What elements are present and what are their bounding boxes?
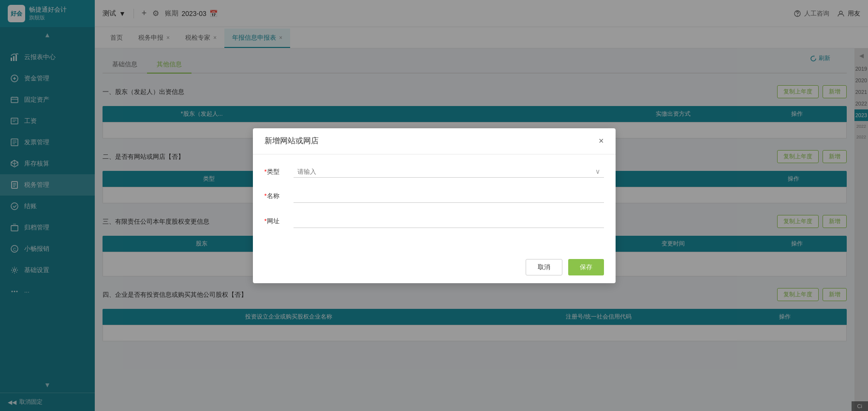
modal-overlay: 新增网站或网店 × *类型 ∨ *名称 — [0, 0, 868, 411]
save-btn[interactable]: 保存 — [568, 259, 604, 275]
cancel-btn[interactable]: 取消 — [526, 259, 562, 275]
modal-title: 新增网站或网店 — [265, 136, 319, 146]
url-label: *网址 — [265, 217, 294, 226]
modal-close-btn[interactable]: × — [599, 136, 604, 146]
type-input[interactable] — [294, 166, 604, 177]
add-website-modal: 新增网站或网店 × *类型 ∨ *名称 — [253, 128, 616, 283]
type-input-wrapper: ∨ — [294, 166, 604, 178]
type-dropdown-icon: ∨ — [595, 167, 600, 175]
url-input-wrapper — [294, 214, 604, 228]
form-row-url: *网址 — [265, 214, 604, 228]
form-row-type: *类型 ∨ — [265, 166, 604, 178]
url-input[interactable] — [294, 214, 604, 228]
modal-footer: 取消 保存 — [253, 251, 616, 283]
name-label: *名称 — [265, 192, 294, 200]
modal-header: 新增网站或网店 × — [253, 128, 616, 154]
type-label: *类型 — [265, 167, 294, 176]
form-row-name: *名称 — [265, 189, 604, 203]
name-input[interactable] — [294, 189, 604, 202]
modal-body: *类型 ∨ *名称 *网址 — [253, 154, 616, 251]
name-input-wrapper — [294, 189, 604, 203]
